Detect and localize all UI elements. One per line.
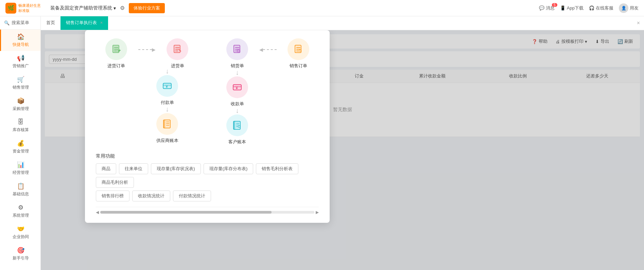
svg-text:¥: ¥: [236, 86, 238, 90]
supplier-ledger-label: 供应商账本: [156, 138, 178, 144]
quick-nav-icon: 🏠: [17, 33, 24, 40]
flow-item-sales-bill[interactable]: 销货单: [217, 38, 258, 69]
sidebar-item-new-guide[interactable]: 🎯 新手引导: [0, 243, 40, 265]
close-all-tabs-button[interactable]: ×: [633, 20, 644, 26]
modal-overlay: 进货订单 ▶: [41, 30, 644, 270]
sales-order-label: 销售订单: [290, 63, 307, 69]
purchase-bill-icon: ✎: [167, 38, 188, 60]
down-arrow-purchase: ↓: [166, 68, 169, 74]
arrow-sales-bill-to-order: ◀: [258, 47, 278, 60]
receipt-label: 收款单: [231, 101, 244, 107]
flow-diagram: 进货订单 ▶: [96, 38, 319, 145]
message-action[interactable]: 💬 消息 5: [539, 5, 555, 11]
btn-receipt-stats[interactable]: 收款情况统计: [132, 191, 170, 201]
finance-icon: 💰: [17, 140, 24, 147]
svg-rect-17: [163, 120, 165, 128]
quick-nav-modal: 进货订单 ▶: [85, 30, 330, 223]
scroll-thumb: [100, 211, 272, 214]
sidebar: 🔍 搜索菜单 🏠 快捷导航 📢 营销推广 🛒 销售管理 📦 采购管理 🗄 库存核…: [0, 16, 41, 270]
customer-ledger-icon: ✓: [226, 114, 248, 136]
common-buttons-row: 商品 往来单位 现存量(库存状况表) 现存量(库存分布表) 销售毛利分析表 商品…: [96, 163, 319, 188]
svg-text:⊡: ⊡: [299, 49, 302, 52]
experience-button[interactable]: 体验行业方案: [129, 3, 165, 13]
new-guide-icon: 🎯: [17, 247, 24, 254]
flow-item-customer-ledger[interactable]: ✓ 客户账本: [217, 114, 258, 145]
svg-rect-39: [233, 121, 235, 129]
flow-item-purchase-order[interactable]: 进货订单: [96, 38, 137, 69]
supplier-ledger-icon: [156, 113, 178, 135]
purchase-order-label: 进货订单: [107, 63, 125, 69]
sidebar-item-quick-nav[interactable]: 🏠 快捷导航: [0, 30, 40, 51]
flow-item-receipt[interactable]: ¥ 收款单: [217, 76, 258, 107]
flow-item-payment[interactable]: ¥ 付款单: [147, 75, 188, 106]
app-download-action[interactable]: 📱 App下载: [560, 5, 584, 11]
marketing-icon: 📢: [17, 54, 24, 62]
btn-product[interactable]: 商品: [96, 163, 116, 174]
btn-product-margin[interactable]: 商品毛利分析: [96, 177, 134, 188]
sidebar-item-system[interactable]: ⚙ 系统管理: [0, 200, 40, 222]
main-area: 首页 销售订单执行表 × × ❓ 帮助 🖨 按模板打: [41, 16, 644, 270]
operation-icon: 📊: [17, 161, 24, 168]
system-title: 装备及固定资产辅助管理系统: [50, 5, 112, 11]
btn-payment-stats[interactable]: 付款情况统计: [173, 191, 211, 201]
down-arrow-payment: ↓: [166, 106, 169, 112]
logo-icon: 🌿: [5, 3, 16, 14]
sales-icon: 🛒: [17, 76, 24, 83]
headset-icon: 🎧: [589, 5, 594, 11]
inventory-icon: 🗄: [18, 119, 24, 126]
sidebar-item-finance[interactable]: 💰 资金管理: [0, 136, 40, 158]
purchase-order-icon: [105, 38, 127, 60]
svg-text:✓: ✓: [239, 126, 240, 128]
tab-home[interactable]: 首页: [41, 16, 60, 30]
tab-sales-order[interactable]: 销售订单执行表 ×: [60, 16, 108, 30]
down-arrow-receipt: ↓: [236, 107, 239, 114]
btn-sales-margin[interactable]: 销售毛利分析表: [256, 163, 298, 174]
svg-rect-26: [237, 50, 240, 52]
customer-ledger-label: 客户账本: [228, 139, 246, 145]
sidebar-item-sales[interactable]: 🛒 销售管理: [0, 72, 40, 94]
common-functions-title: 常用功能: [96, 153, 319, 159]
sidebar-item-enterprise[interactable]: 🤝 企业协同: [0, 222, 40, 243]
chevron-down-icon: ▾: [114, 5, 116, 11]
layout: 🔍 搜索菜单 🏠 快捷导航 📢 营销推广 🛒 销售管理 📦 采购管理 🗄 库存核…: [0, 16, 644, 270]
scroll-left-arrow[interactable]: ◀: [96, 210, 99, 215]
btn-inventory-status[interactable]: 现存量(库存状况表): [151, 163, 201, 174]
sidebar-item-purchase[interactable]: 📦 采购管理: [0, 94, 40, 115]
svg-text:✎: ✎: [179, 49, 181, 53]
payment-icon: ¥: [156, 75, 178, 97]
system-title-dropdown[interactable]: 装备及固定资产辅助管理系统 ▾: [50, 5, 116, 11]
sidebar-search[interactable]: 🔍 搜索菜单: [0, 16, 40, 30]
scroll-track[interactable]: [100, 211, 314, 214]
topbar-actions: 💬 消息 5 📱 App下载 🎧 在线客服 👤 用友: [539, 3, 639, 13]
btn-inventory-dist[interactable]: 现存量(库存分布表): [204, 163, 254, 174]
common-buttons-row2: 销售排行榜 收款情况统计 付款情况统计: [96, 191, 319, 201]
system-icon: ⚙: [18, 204, 23, 211]
sidebar-item-operation[interactable]: 📊 经营管理: [0, 158, 40, 179]
tab-close-icon[interactable]: ×: [100, 20, 103, 25]
logo: 🌿 畅康通好生意 标准版: [5, 3, 46, 14]
flow-item-supplier-ledger[interactable]: 供应商账本: [147, 113, 188, 144]
scroll-right-arrow[interactable]: ▶: [316, 210, 319, 215]
sidebar-item-marketing[interactable]: 📢 营销推广: [0, 51, 40, 72]
svg-text:¥: ¥: [166, 85, 168, 89]
topbar: 🌿 畅康通好生意 标准版 装备及固定资产辅助管理系统 ▾ ⚙ 体验行业方案 💬 …: [0, 0, 644, 16]
sales-bill-label: 销货单: [231, 63, 244, 69]
logo-text: 畅康通好生意 标准版: [18, 3, 41, 13]
arrow-purchase-order-to-bill: ▶: [137, 47, 157, 60]
sidebar-item-basic-info[interactable]: 📋 基础信息: [0, 179, 40, 200]
flow-item-purchase-bill[interactable]: ✎ 进货单: [157, 38, 198, 69]
online-service-action[interactable]: 🎧 在线客服: [589, 5, 613, 11]
flow-item-sales-order[interactable]: ⊡ 销售订单: [278, 38, 319, 69]
enterprise-icon: 🤝: [17, 225, 24, 233]
settings-icon-button[interactable]: ⚙: [120, 5, 125, 11]
search-icon: 🔍: [4, 20, 10, 25]
btn-counterpart[interactable]: 往来单位: [119, 163, 148, 174]
modal-scrollbar: ◀ ▶: [96, 207, 319, 215]
arrow-left-icon: ◀: [259, 47, 263, 52]
user-action[interactable]: 👤 用友: [619, 3, 639, 13]
purchase-icon: 📦: [17, 97, 24, 105]
avatar: 👤: [619, 3, 628, 13]
btn-sales-ranking[interactable]: 销售排行榜: [96, 191, 129, 201]
sidebar-item-inventory[interactable]: 🗄 库存核算: [0, 115, 40, 136]
down-arrow-sales: ↓: [236, 69, 239, 76]
